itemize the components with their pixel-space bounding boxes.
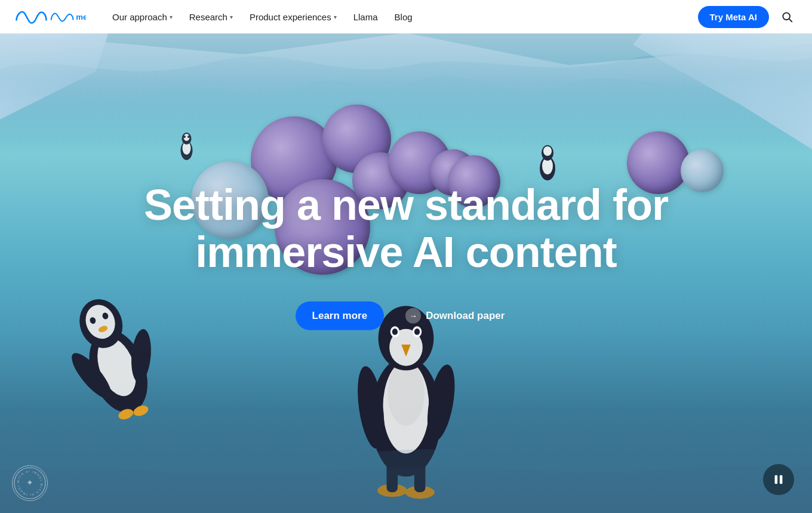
svg-line-3 (789, 19, 792, 21)
svg-text:✦: ✦ (26, 478, 33, 487)
svg-point-13 (543, 146, 552, 156)
penguin-small-right-svg (534, 143, 561, 185)
navbar: Meta meta Our approach ▾ Research ▾ Prod… (0, 0, 812, 33)
search-icon (781, 11, 793, 23)
svg-point-9 (187, 136, 190, 138)
nav-links: Our approach ▾ Research ▾ Product experi… (105, 7, 420, 27)
chevron-down-icon: ▾ (170, 14, 173, 20)
search-button[interactable] (776, 6, 798, 27)
pause-button[interactable] (763, 464, 794, 495)
download-paper-button[interactable]: → Download paper (393, 300, 516, 332)
nav-our-approach[interactable]: Our approach ▾ (105, 7, 180, 27)
penguin-distant-svg (176, 131, 197, 164)
arrow-icon: → (405, 308, 421, 324)
pause-icon (772, 473, 785, 486)
svg-text:meta: meta (76, 13, 86, 21)
meta-logo-icon: Meta (14, 8, 50, 25)
navbar-left: Meta meta Our approach ▾ Research ▾ Prod… (14, 7, 420, 27)
learn-more-button[interactable]: Learn more (296, 302, 385, 330)
meta-wordmark-icon: meta (50, 8, 86, 25)
hero-buttons: Learn more → Download paper (137, 300, 675, 332)
nav-research[interactable]: Research ▾ (182, 7, 240, 27)
water-ripples-svg (0, 394, 812, 513)
watermark-svg: WITH AI IMAGINED WITH AI IMAGINED ✦ (13, 466, 47, 500)
bubble-10 (681, 149, 724, 192)
watermark: WITH AI IMAGINED WITH AI IMAGINED ✦ (12, 465, 48, 501)
hero-section: Setting a new standard for immersive AI … (0, 0, 812, 513)
nav-llama[interactable]: Llama (346, 7, 385, 27)
watermark-circle: WITH AI IMAGINED WITH AI IMAGINED ✦ (12, 465, 48, 501)
svg-rect-44 (775, 475, 778, 484)
hero-background: Setting a new standard for immersive AI … (0, 0, 812, 513)
navbar-right: Try Meta AI (698, 6, 798, 28)
svg-rect-45 (780, 475, 783, 484)
hero-content: Setting a new standard for immersive AI … (137, 181, 675, 331)
hero-title: Setting a new standard for immersive AI … (137, 181, 675, 275)
chevron-down-icon: ▾ (334, 14, 337, 20)
try-meta-ai-button[interactable]: Try Meta AI (698, 6, 769, 28)
chevron-down-icon: ▾ (230, 14, 233, 20)
svg-point-8 (183, 136, 186, 138)
logo[interactable]: Meta meta (14, 8, 86, 25)
nav-blog[interactable]: Blog (387, 7, 420, 27)
nav-product-experiences[interactable]: Product experiences ▾ (242, 7, 344, 27)
svg-point-2 (783, 13, 790, 20)
